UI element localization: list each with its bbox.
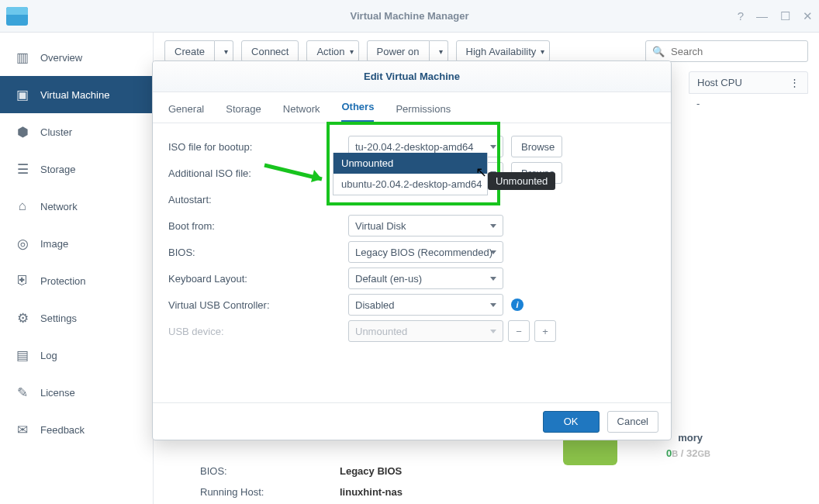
sidebar: ▥ Overview ▣ Virtual Machine ⬢ Cluster ☰… — [0, 33, 154, 504]
memory-label: mory — [678, 432, 703, 444]
create-caret[interactable]: ▾ — [215, 40, 233, 62]
ok-button[interactable]: OK — [543, 411, 600, 433]
usb-add-button[interactable]: + — [534, 320, 556, 342]
toolbar: Create ▾ Connect Action▾ Power on ▾ High… — [164, 40, 808, 62]
sidebar-item-storage[interactable]: ☰ Storage — [0, 150, 153, 188]
label-usb-controller: Virtual USB Controller: — [168, 299, 348, 311]
additional-iso-dropdown: Unmounted ubuntu-20.04.2-desktop-amd64 — [333, 153, 488, 195]
sidebar-item-feedback[interactable]: ✉ Feedback — [0, 411, 153, 448]
boot-from-select[interactable]: Virtual Disk — [348, 215, 503, 236]
title-bar: Virtual Machine Manager ? — ☐ ✕ — [0, 0, 819, 33]
overview-icon: ▥ — [14, 49, 31, 66]
settings-icon: ⚙ — [14, 309, 31, 326]
tab-general[interactable]: General — [168, 103, 204, 123]
power-on-button[interactable]: Power on — [367, 40, 430, 62]
vm-icon: ▣ — [14, 86, 31, 103]
tab-permissions[interactable]: Permissions — [396, 103, 451, 123]
label-usb-device: USB device: — [168, 326, 348, 337]
sidebar-item-label: Storage — [40, 164, 76, 175]
caret-down-icon: ▾ — [541, 47, 544, 56]
dropdown-option-unmounted[interactable]: Unmounted — [333, 153, 487, 174]
maximize-icon[interactable]: ☐ — [780, 9, 790, 23]
caret-down-icon: ▾ — [439, 47, 443, 56]
sidebar-item-label: Virtual Machine — [40, 89, 109, 101]
sidebar-item-cluster[interactable]: ⬢ Cluster — [0, 113, 153, 150]
connect-button[interactable]: Connect — [241, 40, 299, 62]
label-autostart: Autostart: — [168, 194, 348, 205]
edit-vm-modal: Edit Virtual Machine General Storage Net… — [152, 60, 672, 440]
search-icon: 🔍 — [652, 46, 665, 57]
modal-tabs: General Storage Network Others Permissio… — [153, 92, 671, 123]
sidebar-item-label: License — [40, 387, 75, 399]
keyboard-layout-select[interactable]: Default (en-us) — [348, 268, 503, 289]
sidebar-item-label: Protection — [40, 275, 86, 287]
tab-storage[interactable]: Storage — [226, 103, 261, 123]
sidebar-item-virtual-machine[interactable]: ▣ Virtual Machine — [0, 76, 153, 113]
sidebar-item-settings[interactable]: ⚙ Settings — [0, 299, 153, 337]
column-header-host-cpu[interactable]: Host CPU ⋮ — [689, 71, 808, 94]
caret-down-icon: ▾ — [350, 47, 354, 56]
cluster-icon: ⬢ — [14, 123, 31, 140]
window-title: Virtual Machine Manager — [0, 10, 819, 22]
protection-icon: ⛨ — [14, 272, 31, 289]
power-on-caret[interactable]: ▾ — [430, 40, 448, 62]
modal-title: Edit Virtual Machine — [153, 61, 671, 92]
sidebar-item-label: Settings — [40, 312, 77, 324]
app-icon — [6, 7, 28, 26]
label-additional-iso: Additional ISO file: — [168, 167, 348, 179]
sidebar-item-image[interactable]: ◎ Image — [0, 225, 153, 262]
action-button[interactable]: Action▾ — [306, 40, 358, 62]
log-icon: ▤ — [14, 347, 31, 364]
info-icon[interactable]: i — [511, 299, 524, 311]
close-icon[interactable]: ✕ — [803, 9, 813, 23]
sidebar-item-label: Feedback — [40, 424, 85, 436]
sidebar-item-network[interactable]: ⌂ Network — [0, 188, 153, 225]
form-area: ISO file for bootup: tu-20.04.2-desktop-… — [153, 123, 671, 402]
network-icon: ⌂ — [14, 198, 31, 215]
tab-network[interactable]: Network — [283, 103, 320, 123]
high-availability-button[interactable]: High Availability▾ — [456, 40, 551, 62]
caret-down-icon: ▾ — [224, 47, 228, 56]
create-button[interactable]: Create — [164, 40, 215, 62]
usb-remove-button[interactable]: − — [508, 320, 530, 342]
label-iso-bootup: ISO file for bootup: — [168, 141, 348, 153]
usb-device-select: Unmounted — [348, 320, 503, 342]
cancel-button[interactable]: Cancel — [607, 411, 658, 433]
dropdown-option-ubuntu[interactable]: ubuntu-20.04.2-desktop-amd64 — [333, 174, 487, 195]
minimize-icon[interactable]: — — [756, 9, 768, 23]
kebab-icon[interactable]: ⋮ — [790, 77, 800, 88]
label-keyboard-layout: Keyboard Layout: — [168, 273, 348, 285]
search-box[interactable]: 🔍 — [645, 40, 808, 62]
usb-controller-select[interactable]: Disabled — [348, 294, 503, 316]
modal-footer: OK Cancel — [153, 402, 671, 440]
storage-icon: ☰ — [14, 161, 31, 178]
bios-select[interactable]: Legacy BIOS (Recommended) — [348, 241, 503, 263]
search-input[interactable] — [669, 45, 803, 58]
sidebar-item-license[interactable]: ✎ License — [0, 374, 153, 411]
table-row-value: - — [689, 95, 808, 112]
feedback-icon: ✉ — [14, 421, 31, 438]
sidebar-item-label: Network — [40, 201, 78, 212]
help-icon[interactable]: ? — [738, 9, 744, 23]
license-icon: ✎ — [14, 384, 31, 401]
tab-others[interactable]: Others — [341, 101, 374, 123]
tooltip: Unmounted — [488, 172, 555, 190]
label-boot-from: Boot from: — [168, 220, 348, 232]
sidebar-item-protection[interactable]: ⛨ Protection — [0, 262, 153, 299]
iso-bootup-browse-button[interactable]: Browse — [511, 136, 562, 157]
memory-value: 0B / 32GB — [666, 447, 710, 459]
image-icon: ◎ — [14, 235, 31, 252]
sidebar-item-label: Image — [40, 238, 68, 250]
label-bios: BIOS: — [168, 247, 348, 258]
sidebar-item-label: Log — [40, 350, 57, 361]
sidebar-item-overview[interactable]: ▥ Overview — [0, 39, 153, 76]
sidebar-item-label: Cluster — [40, 126, 72, 138]
sidebar-item-log[interactable]: ▤ Log — [0, 337, 153, 374]
sidebar-item-label: Overview — [40, 52, 82, 64]
